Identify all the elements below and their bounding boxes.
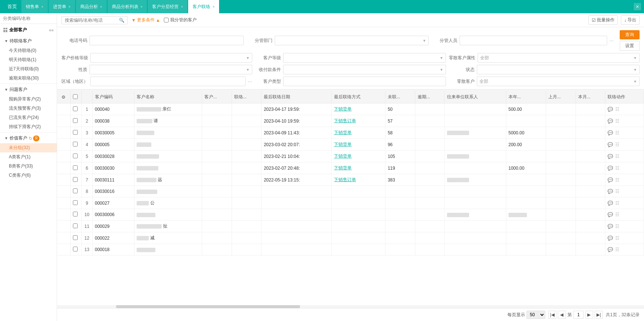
row-checkbox[interactable] <box>70 127 81 139</box>
row-select-checkbox[interactable] <box>73 247 78 251</box>
row-select-checkbox[interactable] <box>73 118 78 123</box>
sidebar-item-a-class[interactable]: A类客户(1) <box>0 152 57 162</box>
status-select[interactable]: ▼ <box>477 65 640 74</box>
refresh-icon[interactable]: ↻ <box>29 136 32 141</box>
nav-tab-customer-contact[interactable]: 客户联络 × <box>188 0 219 13</box>
nav-home[interactable]: 首页 <box>3 0 21 13</box>
chat-icon[interactable]: 💬 <box>608 166 613 171</box>
th-check[interactable] <box>70 91 81 103</box>
grid-action-icon[interactable]: ☷ <box>615 201 619 206</box>
row-checkbox[interactable] <box>70 244 81 255</box>
batch-op-button[interactable]: ☑ 批量操作 <box>588 15 618 25</box>
chat-icon[interactable]: 💬 <box>608 130 613 135</box>
sidebar-item-c-class[interactable]: C类客户(6) <box>0 171 57 180</box>
chat-icon[interactable]: 💬 <box>608 189 613 194</box>
export-button[interactable]: ↓ 导出 <box>621 15 640 25</box>
grid-action-icon[interactable]: ☷ <box>615 224 619 229</box>
person-more-btn[interactable]: ··· <box>609 38 614 43</box>
contact-way-link[interactable]: 下销售订单 <box>334 118 356 123</box>
price-tier-select[interactable]: ▼ <box>90 53 252 63</box>
grid-action-icon[interactable]: ☷ <box>615 130 619 135</box>
region-more-btn[interactable]: ··· <box>248 78 252 84</box>
nav-tab-purchase[interactable]: 进货单 × <box>49 0 75 13</box>
contact-way-link[interactable]: 下销货单 <box>334 165 352 170</box>
grid-action-icon[interactable]: ☷ <box>615 107 619 112</box>
region-select[interactable] <box>90 77 246 86</box>
customer-type-select[interactable] <box>283 77 446 86</box>
grid-action-icon[interactable]: ☷ <box>615 142 619 147</box>
dept-select[interactable]: ▼ <box>275 36 429 45</box>
th-not-contacted[interactable]: 未联... <box>385 91 415 103</box>
sidebar-group-value[interactable]: ▼ 价值客户 ↻ R <box>0 133 57 143</box>
sidebar-item-declining[interactable]: 持续下滑客户(2) <box>0 122 57 131</box>
th-this-year[interactable]: 本年... <box>506 91 546 103</box>
row-select-checkbox[interactable] <box>73 165 78 170</box>
contact-way-link[interactable]: 下销货单 <box>334 142 352 147</box>
chat-icon[interactable]: 💬 <box>608 142 613 147</box>
nature-select[interactable]: ▼ <box>89 65 252 74</box>
close-customer-contact-tab[interactable]: × <box>212 5 215 9</box>
prev-page-btn[interactable]: ◀ <box>558 311 566 319</box>
more-conditions-btn[interactable]: ▼ 更多条件 ▲ <box>131 17 160 23</box>
horizontal-scrollbar[interactable] <box>57 305 644 308</box>
row-checkbox[interactable] <box>70 139 81 151</box>
th-overdue[interactable]: 逾期... <box>415 91 445 103</box>
all-customers-header[interactable]: ☷ 全部客户 «« <box>0 24 57 36</box>
contact-way-link[interactable]: 下销货单 <box>334 130 352 135</box>
last-page-btn[interactable]: ▶| <box>595 311 603 319</box>
nav-tab-sales[interactable]: 销售单 × <box>21 0 48 13</box>
sidebar-item-lost[interactable]: 已流失客户(24) <box>0 113 57 122</box>
close-analysis-list-tab[interactable]: × <box>141 5 143 9</box>
row-select-checkbox[interactable] <box>73 154 78 158</box>
select-all-checkbox[interactable] <box>73 94 78 99</box>
grid-action-icon[interactable]: ☷ <box>615 236 619 241</box>
my-customers-checkbox-container[interactable]: 我分管的客户 <box>164 17 197 23</box>
sidebar-collapse-btn[interactable]: «« <box>49 28 54 33</box>
reset-button[interactable]: 设置 <box>620 41 640 51</box>
th-name[interactable]: 客户名称 <box>134 91 202 103</box>
th-code[interactable]: 客户编码 <box>92 91 134 103</box>
sidebar-item-hoarding[interactable]: 囤购异常客户(2) <box>0 95 57 104</box>
close-sales-tab[interactable]: × <box>41 5 43 9</box>
grid-action-icon[interactable]: ☷ <box>615 154 619 159</box>
contact-way-link[interactable]: 下销货单 <box>334 154 352 159</box>
sidebar-item-today[interactable]: 今天待联络(0) <box>0 46 57 55</box>
search-input[interactable] <box>65 18 117 23</box>
my-customers-checkbox[interactable] <box>164 18 169 22</box>
grid-action-icon[interactable]: ☷ <box>615 177 619 183</box>
row-checkbox[interactable] <box>70 221 81 232</box>
search-icon[interactable]: 🔍 <box>119 18 124 23</box>
th-contact-person[interactable]: 往来单位联系人 <box>445 91 506 103</box>
row-select-checkbox[interactable] <box>73 130 78 135</box>
scatter-customer-select[interactable]: 全部 ▼ <box>477 77 640 86</box>
close-analysis-tab[interactable]: × <box>100 5 102 9</box>
close-customer-tier-tab[interactable]: × <box>181 5 183 9</box>
chat-icon[interactable]: 💬 <box>608 177 613 183</box>
row-checkbox[interactable] <box>70 162 81 174</box>
grid-action-icon[interactable]: ☷ <box>615 119 619 124</box>
chat-icon[interactable]: 💬 <box>608 154 613 159</box>
scatter-attr-select[interactable]: 全部 ▼ <box>478 53 640 63</box>
chat-icon[interactable]: 💬 <box>608 236 613 241</box>
th-last-contact-way[interactable]: 最后联络方式 <box>332 91 386 103</box>
customer-tier-select[interactable]: ▼ <box>283 53 446 63</box>
contact-way-link[interactable]: 下销售订单 <box>334 177 356 182</box>
th-this-month[interactable]: 本月... <box>576 91 605 103</box>
chat-icon[interactable]: 💬 <box>608 247 613 252</box>
th-gear[interactable]: ⚙ <box>57 91 70 103</box>
sidebar-item-b-class[interactable]: B类客户(33) <box>0 162 57 171</box>
sidebar-item-tomorrow[interactable]: 明天待联络(1) <box>0 55 57 64</box>
row-checkbox[interactable] <box>70 115 81 127</box>
contact-way-link[interactable]: 下销货单 <box>334 106 352 112</box>
grid-action-icon[interactable]: ☷ <box>615 166 619 171</box>
row-checkbox[interactable] <box>70 151 81 162</box>
sidebar-group-pending[interactable]: ▼ 待联络客户 <box>0 36 57 46</box>
grid-action-icon[interactable]: ☷ <box>615 212 619 217</box>
sidebar-item-loss-warning[interactable]: 流失预警客户(3) <box>0 104 57 113</box>
row-select-checkbox[interactable] <box>73 142 78 147</box>
row-select-checkbox[interactable] <box>73 200 78 205</box>
row-select-checkbox[interactable] <box>73 106 78 111</box>
sidebar-item-ungroup[interactable]: 未分组(32) <box>0 143 57 152</box>
th-last-contact-date[interactable]: 最后联络日期 <box>261 91 332 103</box>
row-select-checkbox[interactable] <box>73 235 78 240</box>
